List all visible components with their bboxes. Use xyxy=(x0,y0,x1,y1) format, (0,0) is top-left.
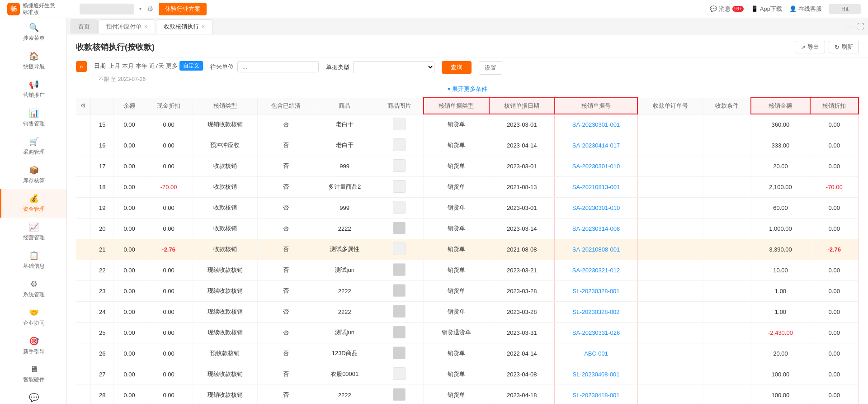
td-settings[interactable] xyxy=(76,280,91,301)
filter-toggle-btn[interactable]: » xyxy=(76,61,87,72)
td-cash-discount: 0.00 xyxy=(145,280,193,301)
writeoff-number-link[interactable]: SL-20230418-001 xyxy=(572,392,619,399)
writeoff-number-link[interactable]: SA-20230331-026 xyxy=(572,329,620,336)
sidebar-label-system: 系统管理 xyxy=(23,291,45,299)
td-cash-discount: 0.00 xyxy=(145,260,193,280)
td-writeoff-number[interactable]: SA-20230331-026 xyxy=(555,322,638,343)
tab-expand-icon[interactable]: ⛶ xyxy=(857,23,864,31)
notification-link[interactable]: 💬 消息 99+ xyxy=(710,5,744,13)
td-settings[interactable] xyxy=(76,218,91,239)
date-opt-more[interactable]: 更多 xyxy=(166,62,178,70)
sidebar-item-basic[interactable]: 📋 基础信息 xyxy=(0,246,66,275)
product-image-thumb xyxy=(393,222,406,234)
sidebar-item-wechat[interactable]: 💬 企业微信 xyxy=(0,388,66,404)
td-writeoff-type: 收款核销 xyxy=(193,156,258,176)
date-opt-last-month[interactable]: 上月 xyxy=(108,62,120,70)
td-writeoff-number[interactable]: SA-20230414-017 xyxy=(555,135,638,156)
sidebar-item-search[interactable]: 🔍 搜索菜单 xyxy=(0,18,66,47)
sidebar-item-collab[interactable]: 🤝 企业协同 xyxy=(0,303,66,332)
user-info[interactable]: Rit xyxy=(829,4,861,14)
writeoff-number-link[interactable]: SA-20230301-010 xyxy=(572,163,620,170)
td-writeoff-number[interactable]: SA-20230301-010 xyxy=(555,156,638,176)
td-settings[interactable] xyxy=(76,385,91,404)
td-include-settled: 否 xyxy=(258,301,314,322)
td-settings[interactable] xyxy=(76,114,91,135)
sidebar-item-marketing[interactable]: 📢 营销推广 xyxy=(0,75,66,104)
td-include-settled: 否 xyxy=(258,364,314,385)
tab-minimize-icon[interactable]: — xyxy=(846,23,854,31)
writeoff-number-link[interactable]: SA-20230414-017 xyxy=(572,142,620,149)
td-writeoff-number[interactable]: SA-20230314-008 xyxy=(555,218,638,239)
tab-home[interactable]: 首页 xyxy=(71,19,98,33)
industry-solution-button[interactable]: 休验行业方案 xyxy=(159,3,207,15)
td-writeoff-number[interactable]: ABC-001 xyxy=(555,343,638,364)
td-writeoff-number[interactable]: SA-20210813-001 xyxy=(555,176,638,197)
td-writeoff-number[interactable]: SA-20230301-001 xyxy=(555,114,638,135)
date-opt-this-year[interactable]: 本年 xyxy=(136,62,147,70)
th-cash-discount: 现金折扣 xyxy=(145,98,193,114)
td-settings[interactable] xyxy=(76,239,91,260)
td-settings[interactable] xyxy=(76,364,91,385)
account-dropdown-arrow[interactable]: ▾ xyxy=(139,6,142,11)
td-seq: 18 xyxy=(91,176,114,197)
sidebar-item-operation[interactable]: 📈 经营管理 xyxy=(0,218,66,246)
td-settings[interactable] xyxy=(76,135,91,156)
td-settings[interactable] xyxy=(76,156,91,176)
td-writeoff-number[interactable]: SA-20230301-010 xyxy=(555,197,638,218)
writeoff-number-link[interactable]: SA-20230314-008 xyxy=(572,225,620,232)
table-area[interactable]: ⚙ 余额 现金折扣 核销类型 包含已结清 商品 商品图片 核销单据类型 核销单据… xyxy=(67,97,868,404)
expand-conditions-btn[interactable]: ▾ 展开更多条件 xyxy=(448,86,488,92)
tab-receipts-close[interactable]: × xyxy=(202,24,205,30)
query-button[interactable]: 查询 xyxy=(442,61,472,74)
sidebar-item-capital[interactable]: 💰 资金管理 xyxy=(0,189,66,218)
writeoff-number-link[interactable]: SL-20230328-002 xyxy=(572,309,619,315)
writeoff-number-link[interactable]: SL-20230408-001 xyxy=(572,371,619,378)
writeoff-number-link[interactable]: SA-20210813-001 xyxy=(572,184,620,190)
partner-input[interactable] xyxy=(237,61,319,72)
writeoff-number-link[interactable]: SA-20210808-001 xyxy=(572,246,620,253)
th-settings[interactable]: ⚙ xyxy=(76,98,91,114)
writeoff-number-link[interactable]: SA-20230321-012 xyxy=(572,267,620,274)
inventory-icon: 📦 xyxy=(29,165,39,175)
tab-receipts[interactable]: 收款核销执行 × xyxy=(156,19,212,34)
sidebar-item-nav[interactable]: 🏠 快捷导航 xyxy=(0,47,66,75)
td-writeoff-number[interactable]: SL-20230328-002 xyxy=(555,301,638,322)
sidebar-item-system[interactable]: ⚙ 系统管理 xyxy=(0,275,66,303)
export-button[interactable]: ↗ 导出 xyxy=(795,41,825,53)
sidebar-item-purchase[interactable]: 🛒 采购管理 xyxy=(0,132,66,161)
tab-prepay[interactable]: 预付冲应付单 × xyxy=(99,19,155,33)
td-writeoff-type: 现续收款核销 xyxy=(193,280,258,301)
td-writeoff-number[interactable]: SA-20230321-012 xyxy=(555,260,638,280)
td-writeoff-number[interactable]: SA-20210808-001 xyxy=(555,239,638,260)
voucher-type-select[interactable] xyxy=(353,61,434,73)
td-settings[interactable] xyxy=(76,260,91,280)
date-opt-7days[interactable]: 近7天 xyxy=(149,62,164,70)
td-settings[interactable] xyxy=(76,176,91,197)
td-settings[interactable] xyxy=(76,301,91,322)
td-writeoff-number[interactable]: SL-20230418-001 xyxy=(555,385,638,404)
sidebar-item-inventory[interactable]: 📦 库存核算 xyxy=(0,161,66,189)
writeoff-number-link[interactable]: ABC-001 xyxy=(584,350,608,357)
td-include-settled: 否 xyxy=(258,322,314,343)
settings-icon[interactable]: ⚙ xyxy=(147,5,153,13)
settings-button[interactable]: 设置 xyxy=(479,61,502,75)
writeoff-number-link[interactable]: SA-20230301-010 xyxy=(572,204,620,211)
td-writeoff-number[interactable]: SL-20230328-001 xyxy=(555,280,638,301)
sidebar-item-guide[interactable]: 🎯 新手引导 xyxy=(0,332,66,360)
online-service-link[interactable]: 👤 在线客服 xyxy=(789,5,822,13)
sidebar-item-sales[interactable]: 📊 销售管理 xyxy=(0,104,66,132)
table-row: 200.000.00收款核销否2222销货单2023-03-14SA-20230… xyxy=(76,218,859,239)
tab-prepay-close[interactable]: × xyxy=(144,24,147,30)
account-selector[interactable] xyxy=(80,4,134,14)
td-settings[interactable] xyxy=(76,197,91,218)
td-writeoff-number[interactable]: SL-20230408-001 xyxy=(555,364,638,385)
sidebar-item-hardware[interactable]: 🖥 智能硬件 xyxy=(0,360,66,388)
td-settings[interactable] xyxy=(76,343,91,364)
custom-date-button[interactable]: 自定义 xyxy=(179,61,203,71)
writeoff-number-link[interactable]: SA-20230301-001 xyxy=(572,121,620,128)
writeoff-number-link[interactable]: SL-20230328-001 xyxy=(572,288,619,295)
date-opt-this-month[interactable]: 本月 xyxy=(122,62,134,70)
app-download-link[interactable]: 📱 App下载 xyxy=(751,5,782,13)
refresh-button[interactable]: ↻ 刷新 xyxy=(829,41,859,53)
td-settings[interactable] xyxy=(76,322,91,343)
